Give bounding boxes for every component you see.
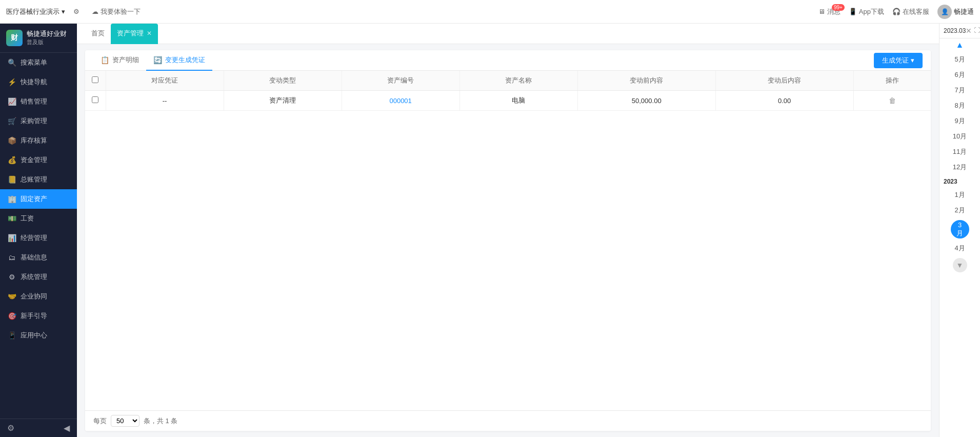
- month-item-2023-3-container: 3月: [939, 219, 980, 240]
- right-panel: 2023.03 ✕ ⛶ ▲ 5月 6月 7月 8月 9月 10月 11月 12月…: [939, 24, 980, 437]
- cell-change-type: 资产清理: [224, 91, 342, 111]
- month-item-10[interactable]: 10月: [939, 129, 980, 144]
- collapse-sidebar-icon[interactable]: ◀: [64, 423, 70, 433]
- operations-icon: 📊: [7, 234, 16, 242]
- sidebar-item-inventory[interactable]: 📦 库存核算: [0, 131, 77, 150]
- month-item-7[interactable]: 7月: [939, 83, 980, 98]
- row-checkbox[interactable]: [92, 96, 98, 103]
- sidebar-item-purchase-label: 采购管理: [21, 116, 47, 126]
- scroll-up-button[interactable]: ▲: [939, 38, 980, 52]
- sidebar-item-guide[interactable]: 🎯 新手引导: [0, 306, 77, 326]
- month-item-6[interactable]: 6月: [939, 67, 980, 83]
- panel-close-button[interactable]: ✕: [966, 27, 972, 35]
- cell-before: 50,000.00: [577, 91, 715, 111]
- online-service-button[interactable]: 🎧 在线客服: [892, 7, 929, 16]
- generate-voucher-button[interactable]: 生成凭证 ▾: [874, 53, 923, 68]
- sidebar-item-basic-info[interactable]: 🗂 基础信息: [0, 248, 77, 267]
- sidebar-item-app-center[interactable]: 📱 应用中心: [0, 326, 77, 345]
- user-area[interactable]: 👤 畅捷通: [937, 5, 974, 19]
- sidebar-item-app-center-label: 应用中心: [21, 331, 47, 340]
- month-item-5[interactable]: 5月: [939, 52, 980, 67]
- scroll-down-button[interactable]: ▼: [953, 258, 967, 272]
- sidebar-item-finance-label: 资金管理: [21, 155, 47, 165]
- inventory-icon: 📦: [7, 136, 16, 145]
- right-panel-header: 2023.03 ✕ ⛶: [939, 24, 980, 38]
- table-footer: 每页 10 20 50 100 条，共 1 条: [85, 410, 931, 431]
- card-tab-left: 📋 资产明细 🔄 变更生成凭证: [93, 50, 212, 70]
- select-all-checkbox[interactable]: [92, 76, 98, 83]
- cloud-icon: ☁: [92, 8, 98, 15]
- logo-text: 畅捷通好业财: [27, 30, 67, 38]
- download-icon: 📱: [849, 8, 857, 15]
- settings-icon[interactable]: ⚙: [69, 5, 84, 19]
- sidebar-item-ledger[interactable]: 📒 总账管理: [0, 170, 77, 189]
- col-voucher: 对应凭证: [106, 71, 224, 91]
- fixed-assets-icon: 🏢: [7, 195, 16, 203]
- tab-change-voucher[interactable]: 🔄 变更生成凭证: [146, 50, 212, 71]
- generate-voucher-label: 生成凭证: [882, 56, 909, 65]
- sidebar: 财 畅捷通好业财 普及版 🔍 搜索菜单 ⚡ 快捷导航 📈 销售管理 🛒 采: [0, 24, 77, 437]
- sidebar-item-enterprise-label: 企业协同: [21, 292, 47, 301]
- sidebar-item-purchase[interactable]: 🛒 采购管理: [0, 111, 77, 131]
- app-download-button[interactable]: 📱 App下载: [849, 7, 884, 16]
- table-header-row: 对应凭证 变动类型 资产编号 资产名称 变动前内容 变动后内容 操作: [85, 71, 931, 91]
- sidebar-item-inventory-label: 库存核算: [21, 136, 47, 145]
- sidebar-item-quick-nav-label: 快捷导航: [21, 77, 47, 87]
- cell-after: 0.00: [715, 91, 853, 111]
- finance-icon: 💰: [7, 156, 16, 164]
- cell-action: 🗑: [853, 91, 931, 111]
- month-item-2023-2[interactable]: 2月: [939, 203, 980, 218]
- header-left: 医疗器械行业演示 ▾ ⚙ ☁ 我要体验一下: [6, 5, 145, 19]
- ledger-icon: 📒: [7, 175, 16, 184]
- sidebar-bottom: ⚙ ◀: [0, 419, 77, 437]
- experience-label: 我要体验一下: [101, 7, 141, 16]
- month-item-12[interactable]: 12月: [939, 160, 980, 175]
- year-label: 2023.03: [944, 27, 966, 34]
- tab-close-icon[interactable]: ✕: [147, 30, 152, 37]
- total-label: 条，共 1 条: [144, 416, 177, 426]
- month-item-11[interactable]: 11月: [939, 144, 980, 160]
- cell-asset-name: 电脑: [459, 91, 577, 111]
- sidebar-item-enterprise[interactable]: 🤝 企业协同: [0, 287, 77, 306]
- sidebar-item-operations-label: 经营管理: [21, 233, 47, 243]
- sidebar-item-payroll[interactable]: 💵 工资: [0, 209, 77, 228]
- sidebar-item-system[interactable]: ⚙ 系统管理: [0, 267, 77, 287]
- col-before: 变动前内容: [577, 71, 715, 91]
- messages-button[interactable]: 🖥 消息 99+: [818, 7, 841, 16]
- sidebar-item-operations[interactable]: 📊 经营管理: [0, 228, 77, 248]
- select-all-header[interactable]: [85, 71, 106, 91]
- month-item-8[interactable]: 8月: [939, 98, 980, 113]
- asset-detail-icon: 📋: [101, 56, 109, 64]
- quick-nav-icon: ⚡: [7, 78, 16, 86]
- settings-bottom-icon[interactable]: ⚙: [7, 423, 14, 433]
- col-change-type: 变动类型: [224, 71, 342, 91]
- asset-table: 对应凭证 变动类型 资产编号 资产名称 变动前内容 变动后内容 操作: [85, 71, 931, 111]
- sidebar-item-search[interactable]: 🔍 搜索菜单: [0, 53, 77, 72]
- month-item-9[interactable]: 9月: [939, 113, 980, 129]
- tab-home-label: 首页: [91, 29, 105, 38]
- tab-home[interactable]: 首页: [85, 24, 111, 44]
- row-checkbox-cell[interactable]: [85, 91, 106, 111]
- sidebar-item-sales[interactable]: 📈 销售管理: [0, 92, 77, 111]
- panel-expand-button[interactable]: ⛶: [974, 27, 980, 35]
- system-icon: ⚙: [7, 273, 16, 281]
- sidebar-item-fixed-assets-label: 固定资产: [21, 194, 47, 204]
- company-selector[interactable]: 医疗器械行业演示 ▾: [6, 7, 65, 16]
- month-item-2023-4[interactable]: 4月: [939, 241, 980, 256]
- sidebar-item-fixed-assets[interactable]: 🏢 固定资产: [0, 189, 77, 209]
- experience-button[interactable]: ☁ 我要体验一下: [88, 5, 145, 18]
- company-name: 医疗器械行业演示: [6, 7, 59, 16]
- sidebar-item-finance[interactable]: 💰 资金管理: [0, 150, 77, 170]
- guide-icon: 🎯: [7, 312, 16, 320]
- sidebar-item-quick-nav[interactable]: ⚡ 快捷导航: [0, 72, 77, 92]
- chevron-down-icon: ▾: [62, 8, 65, 15]
- tab-asset-management[interactable]: 资产管理 ✕: [111, 24, 158, 44]
- inner-content: 📋 资产明细 🔄 变更生成凭证 生成凭证 ▾: [77, 44, 939, 437]
- delete-row-icon[interactable]: 🗑: [889, 96, 896, 105]
- per-page-select[interactable]: 10 20 50 100: [111, 415, 139, 427]
- sidebar-item-search-label: 搜索菜单: [21, 58, 47, 67]
- tab-asset-detail[interactable]: 📋 资产明细: [93, 50, 146, 71]
- month-item-2023-1[interactable]: 1月: [939, 187, 980, 203]
- month-item-2023-3[interactable]: 3月: [951, 220, 969, 239]
- enterprise-icon: 🤝: [7, 292, 16, 301]
